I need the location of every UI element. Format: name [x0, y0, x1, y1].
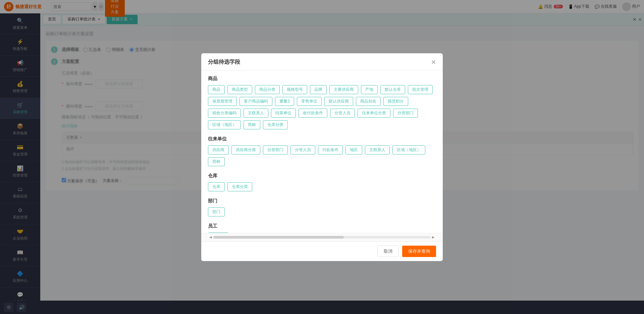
field-tags-department: 部门	[208, 207, 436, 216]
field-tag-部门[interactable]: 部门	[208, 207, 225, 216]
field-tags-warehouse: 仓库仓库分类	[208, 182, 436, 191]
hscroll-thumb[interactable]	[213, 236, 344, 239]
field-tag-默认供应商[interactable]: 默认供应商	[324, 97, 353, 106]
section-title-partner: 往来单位	[208, 136, 436, 142]
section-title-warehouse: 仓库	[208, 173, 436, 179]
field-tag-零售单位[interactable]: 零售单位	[297, 97, 322, 106]
section-title-department: 部门	[208, 198, 436, 204]
field-tag-商品类型[interactable]: 商品类型	[227, 85, 252, 94]
field-tag-主要供应商[interactable]: 主要供应商	[329, 85, 358, 94]
field-tags-partner: 供应商供应商分类分管部门分管人员付款条件地区主联系人区域（地区）简称	[208, 145, 436, 166]
field-tag-税收分类编码[interactable]: 税收分类编码	[208, 109, 241, 118]
field-section-warehouse: 仓库仓库仓库分类	[208, 173, 436, 191]
field-tag-分管部门[interactable]: 分管部门	[263, 145, 288, 154]
modal-horizontal-scrollbar[interactable]: ◀ ▶	[201, 233, 443, 241]
section-title-product: 商品	[208, 76, 436, 82]
field-tag-区域（地区）[interactable]: 区域（地区）	[392, 145, 425, 154]
field-tag-仓库分类[interactable]: 仓库分类	[263, 120, 288, 129]
field-tag-分管部门[interactable]: 分管部门	[393, 109, 418, 118]
field-tag-拣货积分[interactable]: 拣货积分	[383, 97, 408, 106]
field-tag-付款条件[interactable]: 付款条件	[318, 145, 343, 154]
field-tag-仓库分类[interactable]: 仓库分类	[227, 182, 252, 191]
field-tag-分管人员[interactable]: 分管人员	[330, 109, 355, 118]
modal-dialog: 分组待选字段 ✕ 商品商品商品类型商品分类规格型号品牌主要供应商产地默认仓库批次…	[201, 53, 443, 261]
field-tag-供应商分类[interactable]: 供应商分类	[231, 145, 260, 154]
field-tag-产地[interactable]: 产地	[361, 85, 378, 94]
field-tag-规格型号[interactable]: 规格型号	[282, 85, 307, 94]
modal-cancel-button[interactable]: 取消	[377, 246, 399, 257]
modal-save-button[interactable]: 保存并查询	[402, 246, 436, 257]
hscroll-track	[213, 236, 431, 239]
field-tag-默认仓库[interactable]: 默认仓库	[380, 85, 405, 94]
field-section-product: 商品商品商品类型商品分类规格型号品牌主要供应商产地默认仓库批次管理保质期管理客户…	[208, 76, 436, 129]
field-tag-品牌[interactable]: 品牌	[310, 85, 327, 94]
field-tag-重量3[interactable]: 重量3	[275, 97, 294, 106]
field-tag-供应商[interactable]: 供应商	[208, 145, 229, 154]
hscroll-right-arrow[interactable]: ▶	[431, 235, 436, 240]
field-tag-地区[interactable]: 地区	[345, 145, 362, 154]
field-tag-往来单位分类[interactable]: 往来单位分类	[358, 109, 390, 118]
field-tag-商品分类[interactable]: 商品分类	[255, 85, 280, 94]
field-tags-product: 商品商品类型商品分类规格型号品牌主要供应商产地默认仓库批次管理保质期管理客户商品…	[208, 85, 436, 129]
field-tag-保质期管理[interactable]: 保质期管理	[208, 97, 237, 106]
field-tag-主联系人[interactable]: 主联系人	[365, 145, 390, 154]
field-tag-收付款条件[interactable]: 收付款条件	[299, 109, 327, 118]
field-tag-分管人员[interactable]: 分管人员	[290, 145, 315, 154]
field-tag-商品别名[interactable]: 商品别名	[356, 97, 381, 106]
section-title-staff: 员工	[208, 223, 436, 229]
modal-footer: 取消 保存并查询	[201, 241, 443, 261]
field-tag-区域（地区）[interactable]: 区域（地区）	[208, 120, 241, 129]
field-section-department: 部门部门	[208, 198, 436, 216]
field-tag-客户商品编码[interactable]: 客户商品编码	[239, 97, 272, 106]
field-tag-批次管理[interactable]: 批次管理	[408, 85, 433, 94]
modal-close-button[interactable]: ✕	[431, 59, 436, 66]
field-section-partner: 往来单位供应商供应商分类分管部门分管人员付款条件地区主联系人区域（地区）简称	[208, 136, 436, 166]
field-tag-简称[interactable]: 简称	[208, 157, 225, 166]
hscroll-left-arrow[interactable]: ◀	[208, 235, 213, 240]
field-tag-仓库[interactable]: 仓库	[208, 182, 225, 191]
field-section-staff: 员工业务员	[208, 223, 436, 233]
modal-overlay: 分组待选字段 ✕ 商品商品商品类型商品分类规格型号品牌主要供应商产地默认仓库批次…	[0, 0, 644, 314]
modal-title: 分组待选字段	[208, 59, 240, 66]
field-tag-主联系人[interactable]: 主联系人	[244, 109, 268, 118]
field-tag-简称[interactable]: 简称	[244, 120, 260, 129]
modal-body[interactable]: 商品商品商品类型商品分类规格型号品牌主要供应商产地默认仓库批次管理保质期管理客户…	[201, 70, 443, 233]
modal-header: 分组待选字段 ✕	[201, 53, 443, 70]
field-tag-结算单位[interactable]: 结算单位	[271, 109, 296, 118]
field-tag-商品[interactable]: 商品	[208, 85, 225, 94]
